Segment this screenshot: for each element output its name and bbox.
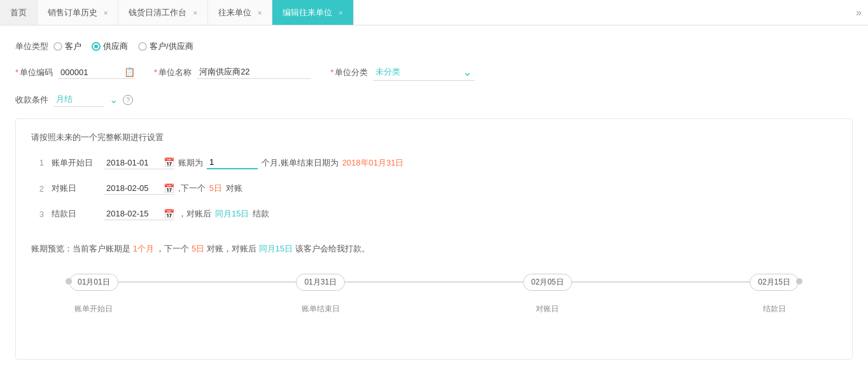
help-icon[interactable]: ? — [123, 95, 133, 105]
timeline-point-2: 02月05日 对账日 — [523, 274, 572, 314]
timeline-point-0: 01月01日 账单开始日 — [69, 274, 118, 314]
tab-cash-work-label: 钱货日清工作台 — [129, 7, 186, 18]
radio-supplier-circle — [92, 42, 101, 51]
timeline-label-0: 账单开始日 — [74, 304, 113, 314]
unit-type-row: 单位类型 客户 供应商 客户/供应商 — [15, 41, 853, 52]
row-2-suffix-post: 对账 — [226, 183, 242, 194]
copy-icon[interactable]: 📋 — [124, 67, 135, 77]
row-2-label: 对账日 — [52, 183, 96, 194]
row-1-number: 1 — [31, 158, 44, 167]
payment-terms-dropdown-arrow[interactable]: ⌄ — [109, 94, 118, 106]
row-3-suffix-post: 结款 — [253, 208, 269, 220]
timeline-bubble-1: 01月31日 — [296, 274, 345, 291]
timeline-bubble-2: 02月05日 — [523, 274, 572, 291]
tab-partner-unit-close[interactable]: × — [258, 9, 262, 17]
timeline-points: 01月01日 账单开始日 01月31日 账单结束日 02月05日 对账日 02月… — [69, 274, 799, 314]
unit-type-radio-group: 客户 供应商 客户/供应商 — [53, 41, 193, 52]
row-3-date-input: 📅 — [104, 208, 174, 220]
radio-supplier[interactable]: 供应商 — [92, 41, 128, 52]
timeline-bubble-0: 01月01日 — [69, 274, 118, 291]
radio-customer-circle — [53, 42, 62, 51]
tab-edit-partner-unit-label: 编辑往来单位 — [283, 7, 332, 18]
row-3-date-field[interactable] — [104, 208, 161, 220]
row-3-label: 结款日 — [52, 208, 96, 220]
unit-category-select[interactable]: 未分类 ⌄ — [373, 64, 475, 81]
preview-text: 账期预览：当前客户账期是 1个月 ，下一个 5日 对账，对账后 同月15日 该客… — [31, 243, 837, 255]
unit-code-input-wrapper: 📋 — [58, 66, 135, 79]
unit-name-label: *单位名称 — [154, 67, 192, 78]
tab-expand-button[interactable]: » — [850, 0, 868, 25]
unit-category-value: 未分类 — [375, 66, 400, 78]
tab-sales-order-history-label: 销售订单历史 — [48, 7, 97, 18]
row-1-suffix-pre: 账期为 — [178, 157, 203, 169]
tab-partner-unit-label: 往来单位 — [218, 7, 251, 18]
timeline-dot-left — [66, 278, 72, 285]
row-3-calendar-icon[interactable]: 📅 — [164, 209, 174, 219]
radio-supplier-label: 供应商 — [103, 41, 128, 52]
unit-code-input[interactable] — [58, 66, 122, 78]
timeline-label-1: 账单结束日 — [302, 304, 340, 314]
tab-partner-unit[interactable]: 往来单位 × — [208, 0, 272, 25]
timeline-point-1: 01月31日 账单结束日 — [296, 274, 345, 314]
row-1-content: 📅 账期为 个月,账单结束日期为 2018年01月31日 — [104, 156, 837, 169]
setting-row-1: 1 账单开始日 📅 账期为 个月,账单结束日期为 2018年01月31日 — [31, 156, 837, 169]
row-1-date-field[interactable] — [104, 157, 161, 169]
preview-part1: 1个月 — [133, 244, 154, 253]
unit-code-field: *单位编码 📋 — [15, 66, 135, 79]
row-2-date-field[interactable] — [104, 182, 161, 194]
unit-type-label: 单位类型 — [15, 41, 48, 52]
row-3-highlight: 同月15日 — [215, 208, 249, 220]
tab-sales-order-history-close[interactable]: × — [104, 9, 108, 17]
row-1-calendar-icon[interactable]: 📅 — [164, 157, 174, 167]
timeline-label-3: 结款日 — [763, 304, 786, 314]
tab-bar: 首页 销售订单历史 × 钱货日清工作台 × 往来单位 × 编辑往来单位 × » — [0, 0, 868, 25]
setting-row-2: 2 对账日 📅 ,下一个 5日 对账 — [31, 182, 837, 195]
payment-terms-label: 收款条件 — [15, 94, 48, 106]
unit-name-input[interactable] — [197, 66, 311, 79]
unit-category-dropdown-icon: ⌄ — [463, 65, 472, 79]
row-2-highlight: 5日 — [209, 183, 222, 194]
timeline-dot-right — [796, 278, 802, 285]
payment-terms-value[interactable]: 月结 — [53, 92, 104, 107]
radio-customer-supplier-circle — [138, 42, 147, 51]
row-1-label: 账单开始日 — [52, 157, 96, 169]
unit-category-label: *单位分类 — [330, 67, 368, 78]
row-3-suffix-pre: ，对账后 — [178, 208, 211, 220]
tab-sales-order-history[interactable]: 销售订单历史 × — [38, 0, 118, 25]
radio-customer-supplier-label: 客户/供应商 — [150, 41, 193, 52]
row-1-end-date: 2018年01月31日 — [342, 157, 404, 169]
row-2-suffix-pre: ,下一个 — [178, 183, 206, 194]
radio-customer-supplier[interactable]: 客户/供应商 — [138, 41, 193, 52]
tab-edit-partner-unit[interactable]: 编辑往来单位 × — [272, 0, 353, 25]
payment-terms-dropdown: 月结 ⌄ — [53, 92, 118, 107]
preview-section: 账期预览：当前客户账期是 1个月 ，下一个 5日 对账，对账后 同月15日 该客… — [31, 233, 837, 346]
payment-terms-row: 收款条件 月结 ⌄ ? — [15, 92, 853, 107]
row-1-suffix-post: 个月,账单结束日期为 — [262, 157, 339, 169]
tab-cash-work-close[interactable]: × — [193, 9, 197, 17]
tab-edit-partner-unit-close[interactable]: × — [339, 9, 342, 17]
preview-part2: 5日 — [192, 244, 204, 253]
unit-details-row: *单位编码 📋 *单位名称 *单位分类 未分类 ⌄ — [15, 64, 853, 81]
timeline-bubble-3: 02月15日 — [750, 274, 799, 291]
unit-name-field: *单位名称 — [154, 66, 311, 79]
timeline-point-3: 02月15日 结款日 — [750, 274, 799, 314]
unit-type-field: 单位类型 客户 供应商 客户/供应商 — [15, 41, 193, 52]
row-3-content: 📅 ，对账后 同月15日 结款 — [104, 208, 837, 220]
tab-home[interactable]: 首页 — [0, 0, 38, 25]
panel-title: 请按照未来的一个完整帐期进行设置 — [31, 132, 837, 143]
timeline: 01月01日 账单开始日 01月31日 账单结束日 02月05日 对账日 02月… — [31, 267, 837, 334]
row-2-content: 📅 ,下一个 5日 对账 — [104, 182, 837, 195]
row-1-month-input[interactable] — [207, 156, 258, 169]
radio-customer-label: 客户 — [65, 41, 81, 52]
row-2-calendar-icon[interactable]: 📅 — [164, 183, 174, 194]
row-2-number: 2 — [31, 184, 44, 194]
tab-cash-work[interactable]: 钱货日清工作台 × — [118, 0, 207, 25]
payment-terms-field: 收款条件 月结 ⌄ ? — [15, 92, 133, 107]
radio-customer[interactable]: 客户 — [53, 41, 81, 52]
main-content: 单位类型 客户 供应商 客户/供应商 *单位编码 — [0, 25, 868, 387]
unit-code-label: *单位编码 — [15, 67, 53, 78]
row-1-date-input: 📅 — [104, 157, 174, 169]
setting-row-3: 3 结款日 📅 ，对账后 同月15日 结款 — [31, 208, 837, 220]
preview-part3: 同月15日 — [259, 244, 293, 253]
tab-home-label: 首页 — [10, 7, 27, 18]
